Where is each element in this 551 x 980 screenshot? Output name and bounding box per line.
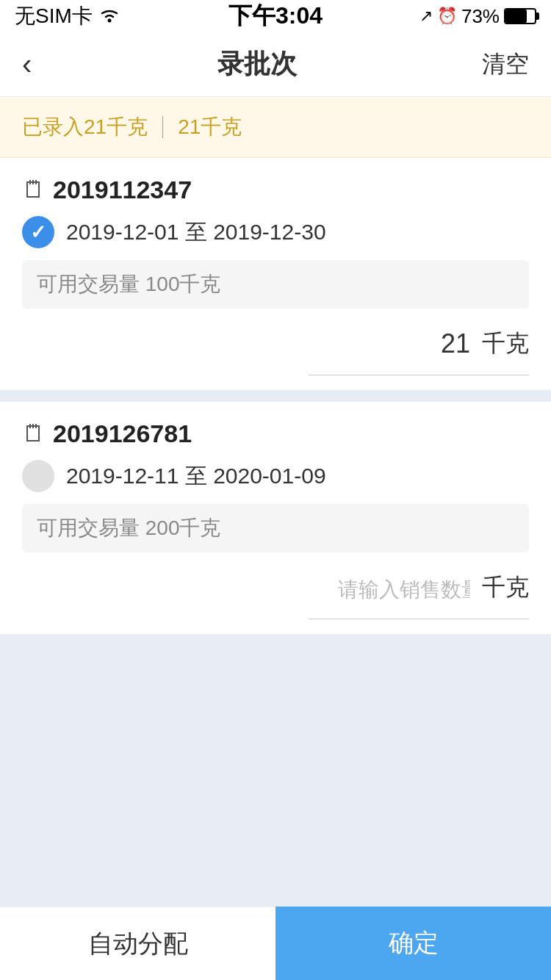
nav-bar: ‹ 录批次 清空 xyxy=(0,32,551,97)
batch-1-quantity-input[interactable] xyxy=(338,328,470,359)
batch-2-underline xyxy=(309,619,529,619)
batch-item-1: 🗒 2019112347 ✓ 2019-12-01 至 2019-12-30 可… xyxy=(0,158,551,390)
clear-button[interactable]: 清空 xyxy=(482,48,529,81)
batch-1-date: 2019-12-01 至 2019-12-30 xyxy=(66,217,326,248)
batch-1-checkbox[interactable]: ✓ xyxy=(22,216,54,248)
batch-2-id: 2019126781 xyxy=(53,419,192,448)
wifi-icon xyxy=(98,4,120,28)
batch-1-id: 2019112347 xyxy=(53,176,192,204)
batch-1-header: 🗒 2019112347 xyxy=(0,158,551,212)
battery-percent: 73% xyxy=(461,5,500,28)
location-icon: ↗ xyxy=(419,7,433,26)
page-content: ‹ 录批次 清空 已录入21千克 21千克 🗒 2019112347 ✓ 201… xyxy=(0,32,551,980)
status-carrier: 无SIM卡 xyxy=(15,2,120,30)
batch-1-row[interactable]: ✓ 2019-12-01 至 2019-12-30 xyxy=(0,212,551,256)
batch-2-date: 2019-12-11 至 2020-01-09 xyxy=(66,461,326,491)
batch-2-header: 🗒 2019126781 xyxy=(0,402,551,455)
batch-2-quantity-row: 千克 xyxy=(0,560,551,619)
summary-amount: 21千克 xyxy=(178,113,242,141)
batch-1-unit: 千克 xyxy=(482,328,529,360)
recorded-label: 已录入21千克 xyxy=(22,113,148,141)
page-title: 录批次 xyxy=(217,46,297,82)
status-indicators: ↗ ⏰ 73% xyxy=(419,5,536,28)
carrier-text: 无SIM卡 xyxy=(15,2,93,30)
section-separator xyxy=(0,390,551,402)
battery-icon xyxy=(504,8,536,24)
batch-1-quantity-row: 千克 xyxy=(0,316,551,375)
bottom-bar: 自动分配 确定 xyxy=(0,907,551,980)
batch-2-quantity-input[interactable] xyxy=(338,572,470,603)
batch-1-underline xyxy=(309,375,529,375)
batch-2-checkbox[interactable] xyxy=(22,460,54,492)
status-bar: 无SIM卡 下午3:04 ↗ ⏰ 73% xyxy=(0,0,551,32)
batch-1-availability: 可用交易量 100千克 xyxy=(22,260,529,309)
checkmark-icon-1: ✓ xyxy=(30,221,46,244)
batch-2-availability: 可用交易量 200千克 xyxy=(22,504,529,552)
back-button[interactable]: ‹ xyxy=(22,48,32,81)
auto-distribute-button[interactable]: 自动分配 xyxy=(0,907,276,980)
svg-point-0 xyxy=(107,19,111,23)
batch-item-2: 🗒 2019126781 2019-12-11 至 2020-01-09 可用交… xyxy=(0,402,551,634)
status-time: 下午3:04 xyxy=(228,0,323,32)
batch-2-row[interactable]: 2019-12-11 至 2020-01-09 xyxy=(0,455,551,500)
confirm-button[interactable]: 确定 xyxy=(276,907,551,980)
batch-icon-2: 🗒 xyxy=(22,420,46,447)
summary-bar: 已录入21千克 21千克 xyxy=(0,97,551,158)
batch-icon-1: 🗒 xyxy=(22,176,46,203)
summary-divider xyxy=(162,116,163,138)
batch-2-unit: 千克 xyxy=(482,572,529,604)
alarm-icon: ⏰ xyxy=(437,7,457,26)
